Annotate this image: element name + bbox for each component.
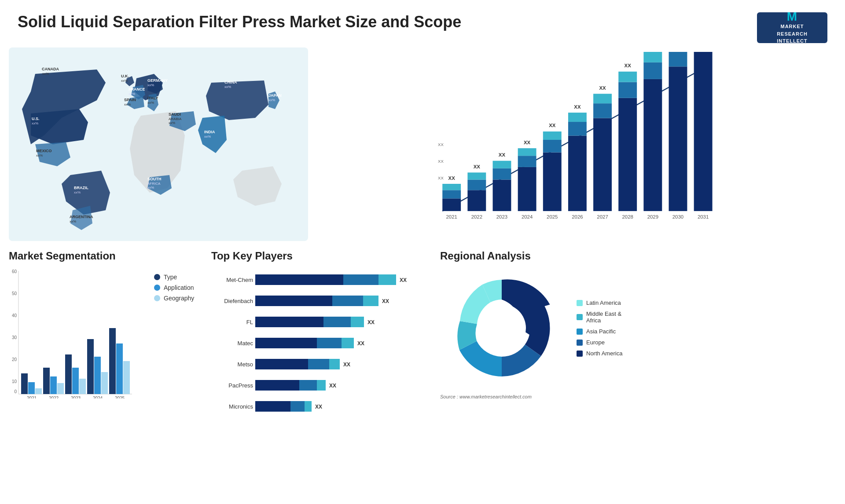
svg-text:2029: 2029 — [647, 214, 658, 219]
svg-text:AFRICA: AFRICA — [147, 182, 161, 186]
svg-rect-101 — [35, 388, 42, 394]
svg-rect-147 — [317, 380, 326, 391]
svg-text:Matec: Matec — [238, 340, 254, 347]
svg-rect-47 — [493, 161, 511, 168]
svg-text:30: 30 — [12, 335, 17, 340]
svg-rect-84 — [694, 52, 713, 211]
svg-rect-152 — [305, 401, 312, 412]
logo-line1: MARKET — [780, 23, 804, 30]
svg-rect-61 — [568, 122, 587, 135]
svg-text:XX: XX — [315, 404, 322, 410]
svg-rect-126 — [332, 296, 363, 306]
legend-europe-label: Europe — [586, 339, 605, 346]
svg-rect-45 — [493, 179, 511, 211]
svg-text:JAPAN: JAPAN — [268, 93, 282, 98]
svg-text:xx%: xx% — [36, 153, 43, 157]
svg-text:ARGENTINA: ARGENTINA — [70, 215, 93, 219]
legend-latin-color — [577, 300, 583, 306]
segmentation-legend: Type Application Geography — [154, 274, 194, 400]
svg-text:2024: 2024 — [93, 396, 103, 398]
svg-rect-122 — [378, 274, 396, 285]
svg-rect-75 — [643, 79, 662, 211]
svg-text:INDIA: INDIA — [204, 130, 215, 134]
bottom-section: Market Segmentation 60 50 40 30 20 10 0 — [0, 241, 845, 461]
legend-europe-color — [577, 340, 583, 346]
svg-text:2028: 2028 — [622, 214, 633, 219]
legend-application-label: Application — [164, 284, 194, 291]
svg-rect-116 — [116, 343, 123, 394]
svg-text:xx%: xx% — [32, 121, 38, 125]
svg-text:MEXICO: MEXICO — [36, 149, 52, 153]
segmentation-title: Market Segmentation — [9, 250, 202, 262]
svg-text:U.K.: U.K. — [121, 74, 129, 78]
svg-rect-108 — [72, 368, 79, 394]
segmentation-section: Market Segmentation 60 50 40 30 20 10 0 — [9, 250, 202, 457]
svg-text:CANADA: CANADA — [42, 67, 59, 71]
svg-rect-57 — [543, 131, 562, 140]
svg-text:0: 0 — [14, 389, 17, 394]
svg-text:2031: 2031 — [698, 214, 709, 219]
legend-application: Application — [154, 284, 194, 291]
svg-rect-60 — [568, 135, 587, 211]
legend-mea-label: Middle East &Africa — [586, 310, 621, 324]
svg-rect-62 — [568, 113, 587, 122]
svg-text:xx%: xx% — [224, 85, 231, 89]
svg-text:10: 10 — [12, 379, 17, 384]
svg-text:XX: XX — [574, 104, 581, 110]
svg-rect-125 — [255, 296, 332, 306]
svg-text:50: 50 — [12, 291, 17, 296]
svg-rect-131 — [323, 317, 351, 327]
svg-text:ARABIA: ARABIA — [169, 117, 182, 121]
svg-text:xx%: xx% — [74, 190, 81, 194]
legend-asia-pacific: Asia Pacific — [577, 328, 622, 335]
svg-rect-113 — [101, 372, 108, 394]
svg-text:XX: XX — [599, 85, 606, 91]
legend-type: Type — [154, 274, 194, 281]
svg-rect-35 — [442, 198, 461, 211]
svg-text:GERMANY: GERMANY — [147, 78, 168, 83]
legend-latin-label: Latin America — [586, 299, 621, 306]
bar-chart-svg: XX 2021 XX 2022 XX 2023 XX 2024 XX — [326, 52, 827, 228]
legend-type-dot — [154, 274, 160, 280]
svg-text:2023: 2023 — [496, 214, 507, 219]
svg-text:Diefenbach: Diefenbach — [224, 298, 253, 304]
svg-rect-117 — [123, 361, 130, 394]
legend-application-dot — [154, 285, 160, 291]
donut-legend: Latin America Middle East &Africa Asia P… — [577, 299, 622, 357]
logo-area: M MARKET RESEARCH INTELLECT — [757, 12, 827, 43]
svg-rect-52 — [518, 148, 536, 156]
legend-type-label: Type — [164, 274, 177, 281]
svg-rect-146 — [299, 380, 317, 391]
svg-text:XX: XX — [499, 152, 506, 157]
svg-text:xx%: xx% — [147, 186, 154, 190]
svg-text:xx%: xx% — [147, 101, 154, 105]
svg-rect-72 — [618, 72, 637, 82]
page-header: Solid Liquid Separation Filter Press Mar… — [0, 0, 845, 47]
regional-title: Regional Analysis — [440, 250, 836, 262]
svg-text:XX: XX — [524, 140, 531, 145]
svg-rect-46 — [493, 168, 511, 180]
svg-rect-109 — [79, 379, 86, 394]
svg-text:FL: FL — [246, 319, 253, 325]
svg-text:60: 60 — [12, 269, 17, 274]
svg-text:xx%: xx% — [70, 219, 76, 223]
svg-text:2027: 2027 — [597, 214, 608, 219]
svg-text:XX: XX — [438, 142, 444, 147]
svg-rect-37 — [442, 184, 461, 190]
svg-rect-130 — [255, 317, 323, 327]
svg-text:XX: XX — [343, 362, 350, 368]
svg-text:2024: 2024 — [522, 214, 533, 219]
donut-container: Latin America Middle East &Africa Asia P… — [440, 267, 836, 390]
svg-rect-81 — [669, 52, 687, 66]
svg-text:SPAIN: SPAIN — [124, 98, 136, 102]
legend-latin-america: Latin America — [577, 299, 622, 306]
svg-text:Met-Chem: Met-Chem — [226, 277, 253, 283]
svg-rect-66 — [593, 103, 612, 118]
svg-rect-51 — [518, 156, 536, 167]
legend-asia-label: Asia Pacific — [586, 328, 616, 335]
svg-rect-42 — [467, 172, 486, 179]
legend-na-color — [577, 351, 583, 357]
svg-text:Micronics: Micronics — [229, 403, 253, 410]
svg-rect-127 — [363, 296, 378, 306]
svg-rect-121 — [343, 274, 378, 285]
